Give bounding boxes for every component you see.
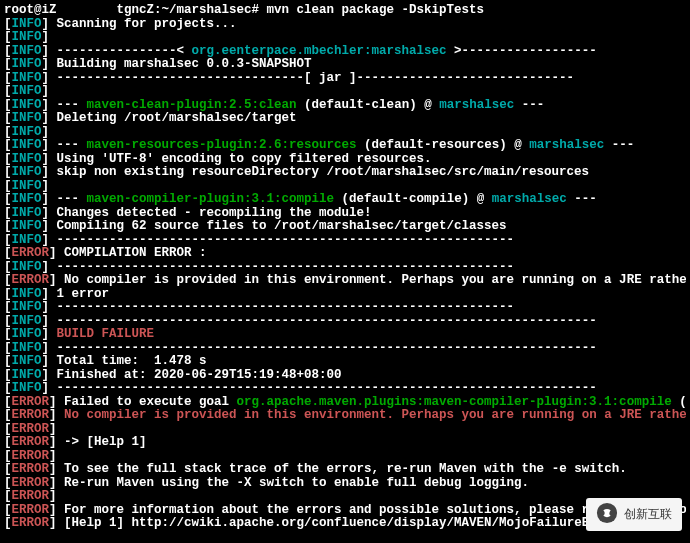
log-line: [ERROR] -> [Help 1] [4,436,686,450]
log-line: [INFO] --- maven-compiler-plugin:3.1:com… [4,193,686,207]
log-line: [ERROR] No compiler is provided in this … [4,274,686,288]
log-line: [INFO] Finished at: 2020-06-29T15:19:48+… [4,369,686,383]
log-line: [INFO] ---------------------------------… [4,342,686,356]
log-line: [INFO] [4,180,686,194]
log-line: [INFO] Building marshalsec 0.0.3-SNAPSHO… [4,58,686,72]
log-line: [INFO] ---------------------------------… [4,382,686,396]
watermark: 创新互联 [586,498,682,531]
log-line: [INFO] --- maven-resources-plugin:2.6:re… [4,139,686,153]
log-line: [INFO] BUILD FAILURE [4,328,686,342]
log-line: [ERROR] [Help 1] http://cwiki.apache.org… [4,517,686,531]
log-line: [INFO] --- maven-clean-plugin:2.5:clean … [4,99,686,113]
log-line: [INFO] [4,126,686,140]
log-line: [INFO] ---------------------------------… [4,261,686,275]
log-line: [INFO] ---------------------------------… [4,72,686,86]
log-line: [INFO] Using 'UTF-8' encoding to copy fi… [4,153,686,167]
log-line: [INFO] Deleting /root/marshalsec/target [4,112,686,126]
log-line: [INFO] ---------------------------------… [4,301,686,315]
prompt-line: root@iZ tgncZ:~/marshalsec# mvn clean pa… [4,4,686,18]
log-line: [ERROR] For more information about the e… [4,504,686,518]
log-line: [INFO] 1 error [4,288,686,302]
log-line: [INFO] skip non existing resourceDirecto… [4,166,686,180]
log-line: [INFO] ---------------------------------… [4,234,686,248]
log-line: [ERROR] Re-run Maven using the -X switch… [4,477,686,491]
log-line: [INFO] Changes detected - recompiling th… [4,207,686,221]
log-line: [ERROR] Failed to execute goal org.apach… [4,396,686,410]
log-line: [ERROR] No compiler is provided in this … [4,409,686,423]
log-line: [ERROR] COMPILATION ERROR : [4,247,686,261]
watermark-text: 创新互联 [624,508,672,521]
log-line: [INFO] [4,31,686,45]
log-line: [ERROR] [4,450,686,464]
log-line: [INFO] [4,85,686,99]
log-line: [INFO] Compiling 62 source files to /roo… [4,220,686,234]
log-line: [INFO] ----------------< org.eenterpace.… [4,45,686,59]
watermark-logo-icon [596,502,618,527]
log-line: [ERROR] [4,423,686,437]
log-line: [INFO] Total time: 1.478 s [4,355,686,369]
log-line: [INFO] ---------------------------------… [4,315,686,329]
log-line: [ERROR] [4,490,686,504]
log-line: [ERROR] To see the full stack trace of t… [4,463,686,477]
log-line: [INFO] Scanning for projects... [4,18,686,32]
